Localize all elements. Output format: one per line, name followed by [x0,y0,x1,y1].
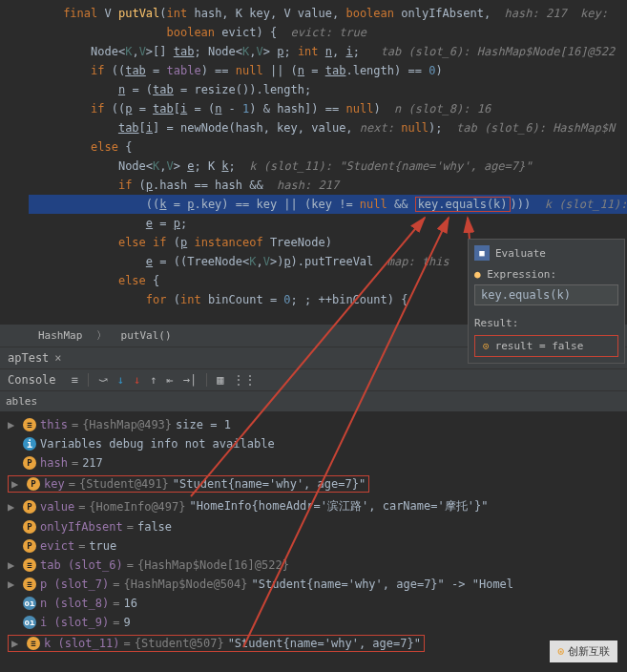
evaluate-title: ■ Evaluate [474,245,618,261]
code-line: Node<K,V>[] tab; Node<K,V> p; int n, i; … [29,42,627,61]
result-icon: ⊙ [483,340,490,352]
code-line: if ((p = tab[i = (n - 1) & hash]) == nul… [29,99,627,118]
tab-active[interactable]: apTest [8,351,49,365]
code-line: if (p.hash == hash && hash: 217 [29,176,627,195]
code-line: n = (tab = resize()).length; [29,80,627,99]
step-out-icon[interactable]: ↑ [150,373,157,387]
force-step-into-icon[interactable]: ↓ [134,373,140,387]
var-evict[interactable]: P evict = true [4,536,623,556]
var-i[interactable]: oı i (slot_9) = 9 [4,613,623,632]
trace-icon[interactable]: ⋮⋮ [233,373,256,387]
step-over-icon[interactable]: ⤻ [98,373,108,387]
result-value: ⊙ result = false [474,335,618,357]
code-line: if ((tab = table) == null || (n = tab.le… [29,61,627,80]
layout-icon[interactable]: ≡ [72,373,78,387]
console-label[interactable]: Console [8,373,56,387]
code-line-active: ((k = p.key) == key || (key != null && k… [29,195,627,214]
code-line: boolean evict) { evict: true [29,23,627,42]
run-to-cursor-icon[interactable]: →| [183,373,197,387]
var-hash[interactable]: P hash = 217 [4,453,623,472]
variables-header: ables [0,391,627,411]
var-n[interactable]: oı n (slot_8) = 16 [4,594,623,613]
expression-label: ● Expression: [474,268,618,281]
code-line: else { [29,137,627,157]
var-k[interactable]: ▶≡ k (slot_11) = {Student@507} "Student{… [4,632,623,655]
breadcrumb-class[interactable]: HashMap [38,329,82,342]
drop-frame-icon[interactable]: ⇤ [167,373,174,387]
code-line: final V putVal(int hash, K key, V value,… [29,4,627,23]
var-key[interactable]: ▶P key = {Student@491} "Student{name='wh… [4,472,623,495]
breadcrumb-method[interactable]: putVal() [121,329,172,342]
expression-input[interactable] [474,284,618,305]
evaluate-icon: ■ [474,245,490,261]
code-line: tab[i] = newNode(hash, key, value, next:… [29,118,627,137]
code-line: e = p; [29,214,627,233]
step-into-icon[interactable]: ↓ [117,373,124,387]
watermark: ⊙ 创新互联 [550,640,617,662]
breadcrumb-sep: 〉 [96,329,107,342]
variables-pane[interactable]: ▶≡ this = {HashMap@493} size = 1 i Varia… [0,411,627,659]
close-icon[interactable]: × [54,351,61,365]
var-p[interactable]: ▶≡ p (slot_7) = {HashMap$Node@504} "Stud… [4,575,623,594]
divider [88,373,89,387]
debug-toolbar: Console ≡ ⤻ ↓ ↓ ↑ ⇤ →| ▦ ⋮⋮ [0,369,627,391]
var-onlyifabsent[interactable]: P onlyIfAbsent = false [4,517,623,536]
code-line: Node<K,V> e; K k; k (slot_11): "Student{… [29,157,627,176]
divider [206,373,207,387]
var-info: i Variables debug info not available [4,434,623,453]
evaluate-panel[interactable]: ■ Evaluate ● Expression: Result: ⊙ resul… [468,239,625,364]
var-this[interactable]: ▶≡ this = {HashMap@493} size = 1 [4,415,623,434]
evaluate-icon[interactable]: ▦ [217,373,223,387]
result-label: Result: [474,317,618,329]
var-tab[interactable]: ▶≡ tab (slot_6) = {HashMap$Node[16]@522} [4,556,623,575]
var-value[interactable]: ▶P value = {HomeInfo@497} "HomeInfo{home… [4,495,623,517]
